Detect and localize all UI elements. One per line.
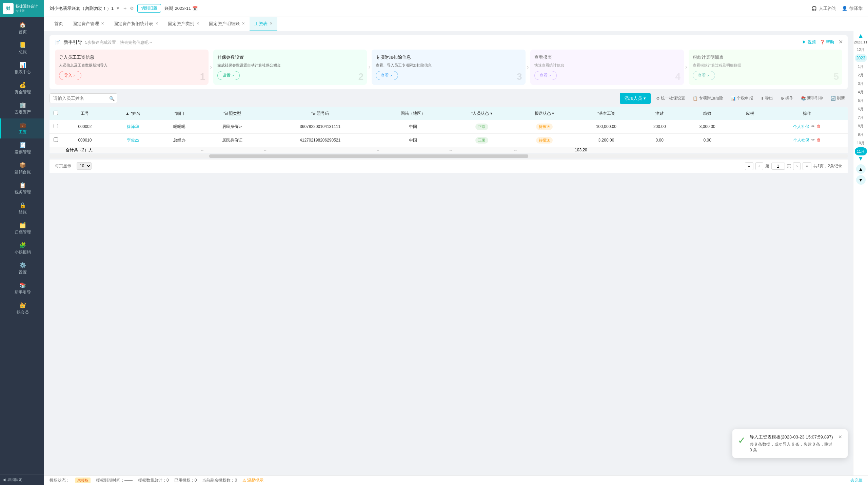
sidebar-item-home[interactable]: 🏠首页	[0, 18, 44, 38]
calendar-month-4月[interactable]: 4月	[855, 88, 867, 96]
col-base-salary: *基本工资	[575, 107, 638, 120]
calendar-down-arrow[interactable]: ▼	[858, 155, 864, 162]
tab-asset-type[interactable]: 固定资产类别✕	[163, 17, 204, 31]
tab-close-asset-type[interactable]: ✕	[196, 21, 199, 26]
tab-close-salary[interactable]: ✕	[270, 21, 273, 26]
sidebar-item-expense[interactable]: 🧩小畅报销	[0, 239, 44, 259]
calendar-nav-down[interactable]: ▼	[856, 175, 866, 185]
sidebar-item-member[interactable]: 👑畅会员	[0, 299, 44, 319]
company-selector[interactable]: 刘小艳演示账套（勿删勿动！）1 ▼	[50, 5, 120, 12]
tab-depreciation[interactable]: 固定资产折旧统计表✕	[109, 17, 163, 31]
row-edit-icon-0[interactable]: ✏	[811, 124, 815, 130]
guide-step-btn-2[interactable]: 设置＞	[217, 71, 240, 80]
search-icon: 🔍	[109, 96, 115, 101]
calendar-month-1月[interactable]: 1月	[855, 62, 867, 71]
per-page-label: 每页显示	[55, 163, 71, 169]
tab-home[interactable]: 首页	[50, 17, 68, 31]
add-person-button[interactable]: 添加人员 ▾	[620, 93, 651, 104]
table-scroll[interactable]: 工号 ▲ *姓名 *部门 *证照类型 *证照号码 国籍（地区） *人员状态 ▾ …	[50, 107, 848, 153]
row-checkbox-0[interactable]	[54, 124, 58, 128]
tab-close-depreciation[interactable]: ✕	[155, 21, 158, 26]
calendar-nav-up[interactable]: ▲	[856, 164, 866, 174]
toast-close-button[interactable]: ✕	[838, 434, 842, 440]
company-name: 刘小艳演示账套（勿删勿动！）1	[50, 5, 114, 12]
calendar-month-8月[interactable]: 8月	[855, 122, 867, 130]
next-page-button[interactable]: ›	[793, 162, 801, 170]
sidebar-item-assets[interactable]: 🏢固定资产	[0, 98, 44, 118]
recharge-link[interactable]: 去充值	[850, 478, 863, 483]
unpin-label: 取消固定	[7, 477, 22, 482]
cell-tax-1	[733, 133, 767, 147]
select-all-checkbox[interactable]	[54, 111, 58, 115]
last-page-button[interactable]: »	[803, 162, 811, 170]
cell-name-0[interactable]: 徐泽华	[108, 120, 158, 133]
guide-step-btn-1[interactable]: 导入＞	[59, 71, 81, 80]
calendar-year-label[interactable]: 2023	[855, 54, 867, 62]
toolbar: 🔍 添加人员 ▾ ⚙统一社保设置📋专项附加扣除📊个税申报⬇导出⚙操作📚新手引导🔄…	[50, 93, 848, 104]
guide-step-btn-5[interactable]: 查看＞	[693, 71, 715, 80]
guide-step-btn-3[interactable]: 查看＞	[376, 71, 398, 80]
calendar-month-6月[interactable]: 6月	[855, 105, 867, 113]
calendar-month-3月[interactable]: 3月	[855, 79, 867, 88]
calendar-month-9月[interactable]: 9月	[855, 130, 867, 138]
sidebar-item-finance[interactable]: 💰资金管理	[0, 78, 44, 98]
tab-salary[interactable]: 工资表✕	[250, 17, 277, 31]
user-menu[interactable]: 👤 徐泽华	[842, 5, 863, 12]
tab-close-asset-detail[interactable]: ✕	[242, 21, 245, 26]
unpin-button[interactable]: ◀ 取消固定	[0, 474, 44, 485]
per-page-select[interactable]: 10 20 50	[77, 162, 92, 170]
switch-version-button[interactable]: 切到旧版	[137, 4, 161, 13]
sidebar-item-archive[interactable]: 🗂️归档管理	[0, 219, 44, 239]
sidebar-item-invoice[interactable]: 🧾发票管理	[0, 138, 44, 158]
calendar-month-active[interactable]: 11月	[855, 147, 867, 155]
sidebar-item-settings[interactable]: ⚙️设置	[0, 259, 44, 279]
toolbar-action-tax[interactable]: 📊个税申报	[728, 94, 756, 102]
cell-name-1[interactable]: 李俊杰	[108, 133, 158, 147]
tab-close-assets[interactable]: ✕	[101, 21, 104, 26]
row-delete-icon-0[interactable]: 🗑	[817, 124, 821, 130]
row-edit-icon-1[interactable]: ✏	[811, 137, 815, 143]
cell-status-0: 正常	[449, 120, 514, 133]
toolbar-action-refresh[interactable]: 🔄刷新	[828, 94, 848, 102]
tab-assets[interactable]: 固定资产管理✕	[68, 17, 109, 31]
first-page-button[interactable]: «	[745, 162, 753, 170]
period-selector[interactable]: 账期 2023-11 📅	[164, 5, 198, 12]
row-ops-social-0[interactable]: 个人社保	[793, 124, 809, 130]
settings-icon[interactable]: ⚙	[130, 6, 134, 11]
sidebar-item-salary[interactable]: 💼工资	[0, 118, 44, 138]
toolbar-action-social[interactable]: ⚙统一社保设置	[653, 94, 688, 102]
sidebar-item-inventory[interactable]: 📦进销台账	[0, 158, 44, 179]
toolbar-action-export[interactable]: ⬇导出	[758, 94, 776, 102]
page-number-input[interactable]	[771, 163, 785, 170]
calendar-month-7月[interactable]: 7月	[855, 113, 867, 122]
add-company-icon[interactable]: +	[123, 5, 126, 12]
tabbar: 首页固定资产管理✕固定资产折旧统计表✕固定资产类别✕固定资产明细账✕工资表✕	[44, 17, 868, 31]
toolbar-action-special[interactable]: 📋专项附加扣除	[690, 94, 726, 102]
guide-close-button[interactable]: ✕	[839, 39, 843, 45]
search-input[interactable]	[50, 93, 117, 103]
ledger-icon: 📒	[19, 42, 26, 48]
calendar-up-arrow[interactable]: ▲	[858, 33, 864, 39]
support-link[interactable]: 🎧 人工咨询	[811, 5, 836, 12]
row-checkbox-1[interactable]	[54, 137, 58, 142]
toolbar-action-operate[interactable]: ⚙操作	[778, 94, 796, 102]
sidebar-item-tax[interactable]: 📋税务管理	[0, 179, 44, 199]
prev-page-button[interactable]: ‹	[755, 162, 763, 170]
sidebar-item-ledger[interactable]: 📒总账	[0, 38, 44, 58]
cell-base-salary-1: 3,200.00	[575, 133, 638, 147]
tab-asset-detail[interactable]: 固定资产明细账✕	[204, 17, 250, 31]
sidebar-item-close[interactable]: 🔒结账	[0, 199, 44, 219]
row-delete-icon-1[interactable]: 🗑	[817, 137, 821, 143]
guide-help-link[interactable]: ❓ 帮助	[820, 39, 834, 45]
sidebar-item-guide[interactable]: 📚新手引导	[0, 279, 44, 299]
guide-video-link[interactable]: ▶ 视频	[802, 39, 815, 45]
guide-step-btn-4[interactable]: 查看＞	[534, 71, 557, 80]
calendar-month-5月[interactable]: 5月	[855, 96, 867, 105]
calendar-month-10月[interactable]: 10月	[855, 139, 867, 147]
row-ops-social-1[interactable]: 个人社保	[793, 137, 809, 143]
calendar-month-12月[interactable]: 12月	[855, 45, 867, 54]
toolbar-action-guide[interactable]: 📚新手引导	[798, 94, 826, 102]
topbar: 刘小艳演示账套（勿删勿动！）1 ▼ + ⚙ 切到旧版 账期 2023-11 📅 …	[44, 0, 868, 17]
calendar-month-2月[interactable]: 2月	[855, 71, 867, 79]
sidebar-item-reports[interactable]: 📊报表中心	[0, 58, 44, 78]
